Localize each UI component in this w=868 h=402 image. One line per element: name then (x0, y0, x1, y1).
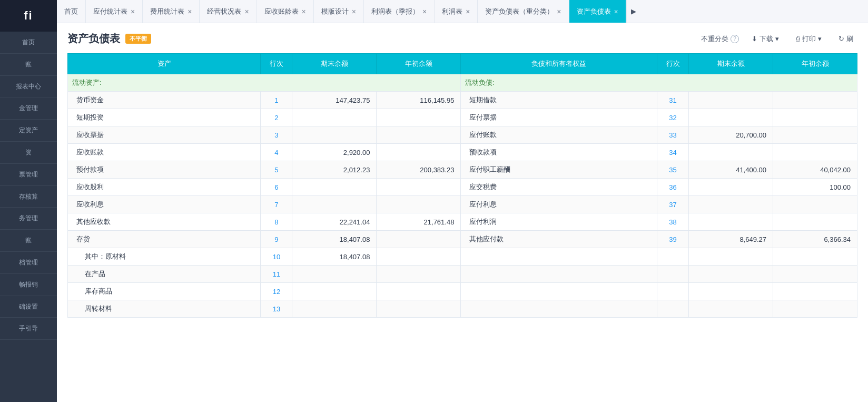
tab-close-template-design[interactable]: × (352, 8, 356, 15)
tab-close-profit-quarterly[interactable]: × (422, 8, 427, 15)
left-end-12[interactable] (292, 283, 377, 300)
sidebar-item-archive[interactable]: 档管理 (0, 252, 57, 274)
tab-close-balance-reclassified[interactable]: × (557, 8, 561, 15)
right-name-5[interactable]: 应付职工薪酬 (461, 161, 657, 179)
left-end-11[interactable] (292, 266, 377, 283)
sidebar-item-account[interactable]: 账 (0, 230, 57, 252)
right-name-7[interactable]: 应付利息 (461, 196, 657, 213)
left-name-1[interactable]: 货币资金 (68, 92, 261, 109)
tab-home[interactable]: 首页 (57, 0, 86, 23)
left-name-2[interactable]: 短期投资 (68, 109, 261, 126)
tab-template-design[interactable]: 模版设计 × (314, 0, 364, 23)
help-icon[interactable]: ? (731, 35, 739, 43)
left-begin-4[interactable] (377, 144, 461, 161)
left-begin-13[interactable] (377, 300, 461, 318)
left-name-3[interactable]: 应收票据 (68, 126, 261, 144)
left-begin-5[interactable]: 200,383.23 (377, 161, 461, 179)
sidebar-item-inventory[interactable]: 存核算 (0, 186, 57, 208)
tab-profit-quarterly[interactable]: 利润表（季报） × (364, 0, 435, 23)
left-end-13[interactable] (292, 300, 377, 318)
sidebar-item-report-center[interactable]: 报表中心 (0, 76, 57, 98)
left-name-9[interactable]: 存货 (68, 231, 261, 248)
left-name-11[interactable]: 在产品 (68, 266, 261, 283)
left-begin-3[interactable] (377, 126, 461, 144)
left-begin-9[interactable] (377, 231, 461, 248)
right-end-9[interactable]: 8,649.27 (689, 231, 773, 248)
tab-close-receivable-aging[interactable]: × (302, 8, 306, 15)
tab-payable-stats[interactable]: 应付统计表 × (86, 0, 143, 23)
right-end-4[interactable] (689, 144, 773, 161)
right-name-4[interactable]: 预收款项 (461, 144, 657, 161)
left-name-8[interactable]: 其他应收款 (68, 213, 261, 231)
left-end-5[interactable]: 2,012.23 (292, 161, 377, 179)
left-begin-8[interactable]: 21,761.48 (377, 213, 461, 231)
right-end-3[interactable]: 20,700.00 (689, 126, 773, 144)
refresh-button[interactable]: ↻ 刷 (834, 32, 857, 46)
left-name-6[interactable]: 应收股利 (68, 179, 261, 196)
tab-close-operation[interactable]: × (244, 8, 249, 15)
not-reclassify-option[interactable]: 不重分类 ? (701, 34, 739, 44)
tab-receivable-aging[interactable]: 应收账龄表 × (257, 0, 314, 23)
sidebar-item-fund[interactable]: 金管理 (0, 97, 57, 120)
right-end-8[interactable] (689, 213, 773, 231)
right-begin-7[interactable] (773, 196, 857, 213)
tab-close-expense-stats[interactable]: × (188, 8, 192, 15)
left-end-10[interactable]: 18,407.08 (292, 248, 377, 266)
right-begin-9[interactable]: 6,366.34 (773, 231, 857, 248)
download-button[interactable]: ⬇ 下载 ▾ (747, 32, 783, 46)
left-begin-11[interactable] (377, 266, 461, 283)
left-end-2[interactable] (292, 109, 377, 126)
left-end-8[interactable]: 22,241.04 (292, 213, 377, 231)
right-begin-2[interactable] (773, 109, 857, 126)
left-name-13[interactable]: 周转材料 (68, 300, 261, 318)
right-end-2[interactable] (689, 109, 773, 126)
sidebar-item-investment[interactable]: 资 (0, 142, 57, 164)
left-end-4[interactable]: 2,920.00 (292, 144, 377, 161)
left-begin-6[interactable] (377, 179, 461, 196)
right-end-6[interactable] (689, 179, 773, 196)
right-begin-1[interactable] (773, 92, 857, 109)
left-end-7[interactable] (292, 196, 377, 213)
left-end-6[interactable] (292, 179, 377, 196)
left-name-5[interactable]: 预付款项 (68, 161, 261, 179)
right-end-7[interactable] (689, 196, 773, 213)
tab-close-balance[interactable]: × (614, 8, 618, 15)
left-name-4[interactable]: 应收账款 (68, 144, 261, 161)
right-begin-4[interactable] (773, 144, 857, 161)
tab-expense-stats[interactable]: 费用统计表 × (143, 0, 200, 23)
left-name-12[interactable]: 库存商品 (68, 283, 261, 300)
left-end-1[interactable]: 147,423.75 (292, 92, 377, 109)
left-name-10[interactable]: 其中：原材料 (68, 248, 261, 266)
tab-close-payable-stats[interactable]: × (131, 8, 135, 15)
left-begin-1[interactable]: 116,145.95 (377, 92, 461, 109)
left-begin-2[interactable] (377, 109, 461, 126)
right-name-2[interactable]: 应付票据 (461, 109, 657, 126)
right-begin-8[interactable] (773, 213, 857, 231)
right-begin-5[interactable]: 40,042.00 (773, 161, 857, 179)
left-end-9[interactable]: 18,407.08 (292, 231, 377, 248)
tab-close-profit[interactable]: × (466, 8, 470, 15)
sidebar-item-fixed-assets[interactable]: 定资产 (0, 120, 57, 142)
sidebar-item-home[interactable]: 首页 (0, 32, 57, 54)
sidebar-item-bill-mgmt[interactable]: 票管理 (0, 164, 57, 186)
right-end-1[interactable] (689, 92, 773, 109)
left-name-7[interactable]: 应收利息 (68, 196, 261, 213)
left-begin-7[interactable] (377, 196, 461, 213)
sidebar-item-settings[interactable]: 础设置 (0, 296, 57, 318)
right-end-5[interactable]: 41,400.00 (689, 161, 773, 179)
left-begin-10[interactable] (377, 248, 461, 266)
tab-balance-reclassified[interactable]: 资产负债表（重分类） × (478, 0, 569, 23)
sidebar-item-ledger[interactable]: 账 (0, 54, 57, 76)
tab-balance[interactable]: 资产负债表 × (569, 0, 626, 23)
left-begin-12[interactable] (377, 283, 461, 300)
right-begin-3[interactable] (773, 126, 857, 144)
tab-operation[interactable]: 经营状况表 × (200, 0, 257, 23)
right-name-1[interactable]: 短期借款 (461, 92, 657, 109)
sidebar-item-guide[interactable]: 手引导 (0, 318, 57, 340)
right-name-8[interactable]: 应付利润 (461, 213, 657, 231)
right-name-6[interactable]: 应交税费 (461, 179, 657, 196)
right-name-9[interactable]: 其他应付款 (461, 231, 657, 248)
sidebar-item-expense[interactable]: 畅报销 (0, 274, 57, 296)
tab-profit[interactable]: 利润表 × (435, 0, 478, 23)
left-end-3[interactable] (292, 126, 377, 144)
